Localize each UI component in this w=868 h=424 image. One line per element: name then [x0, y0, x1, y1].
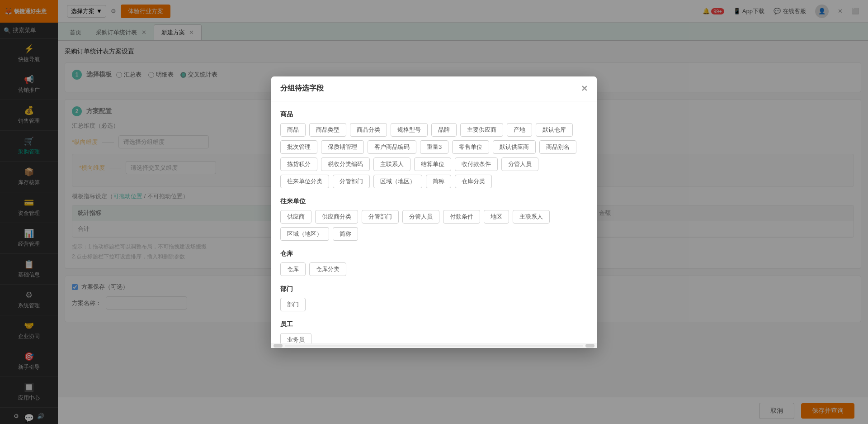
scrollbar-track	[285, 345, 583, 347]
tag-retail-unit[interactable]: 零售单位	[452, 140, 489, 154]
tag-goods-type[interactable]: 商品类型	[309, 123, 346, 137]
section-employee-title: 员工	[280, 320, 588, 329]
tag-cp-payment[interactable]: 付款条件	[443, 210, 480, 224]
modal-header: 分组待选字段 ✕	[271, 76, 597, 101]
tag-goods-category[interactable]: 商品分类	[350, 123, 387, 137]
tag-wh-category[interactable]: 仓库分类	[309, 262, 346, 276]
tag-cp-supervisor[interactable]: 分管人员	[402, 210, 439, 224]
section-department-tags: 部门	[280, 298, 588, 311]
tag-origin[interactable]: 产地	[507, 123, 532, 137]
tag-region[interactable]: 区域（地区）	[373, 175, 422, 188]
tag-weight[interactable]: 重量3	[420, 140, 448, 154]
tag-supervisor[interactable]: 分管人员	[501, 157, 538, 171]
tag-customer-code[interactable]: 客户商品编码	[368, 140, 416, 154]
tag-default-supplier[interactable]: 默认供应商	[493, 140, 536, 154]
section-warehouse: 仓库 仓库 仓库分类	[280, 250, 588, 276]
section-counterparty-title: 往来单位	[280, 197, 588, 205]
modal-body: 商品 商品 商品类型 商品分类 规格型号 品牌 主要供应商 产地 默认仓库 批次…	[271, 101, 597, 344]
tag-cp-dept[interactable]: 分管部门	[362, 210, 399, 224]
scroll-right-indicator	[585, 344, 594, 348]
section-warehouse-tags: 仓库 仓库分类	[280, 262, 588, 276]
tag-dept[interactable]: 分管部门	[333, 175, 370, 188]
modal-title: 分组待选字段	[280, 84, 324, 93]
section-counterparty-tags: 供应商 供应商分类 分管部门 分管人员 付款条件 地区 主联系人 区域（地区） …	[280, 210, 588, 241]
tag-cp-region[interactable]: 地区	[484, 210, 509, 224]
modal-overlay: 分组待选字段 ✕ 商品 商品 商品类型 商品分类 规格型号 品牌 主要供应商 产…	[0, 0, 868, 424]
modal: 分组待选字段 ✕ 商品 商品 商品类型 商品分类 规格型号 品牌 主要供应商 产…	[271, 76, 597, 348]
tag-supplier-category[interactable]: 供应商分类	[315, 210, 358, 224]
tag-tax-code[interactable]: 税收分类编码	[321, 157, 370, 171]
tag-spec-model[interactable]: 规格型号	[391, 123, 428, 137]
tag-department[interactable]: 部门	[280, 298, 306, 311]
section-employee-tags: 业务员	[280, 333, 588, 344]
tag-main-supplier[interactable]: 主要供应商	[460, 123, 503, 137]
section-goods-tags: 商品 商品类型 商品分类 规格型号 品牌 主要供应商 产地 默认仓库 批次管理 …	[280, 123, 588, 188]
tag-expiry-mgmt[interactable]: 保质期管理	[321, 140, 364, 154]
tag-abbr[interactable]: 简称	[426, 175, 451, 188]
section-department: 部门 部门	[280, 285, 588, 311]
tag-cp-abbr[interactable]: 简称	[333, 227, 358, 241]
tag-goods[interactable]: 商品	[280, 123, 306, 137]
section-warehouse-title: 仓库	[280, 250, 588, 258]
tag-cp-area[interactable]: 区域（地区）	[280, 227, 329, 241]
section-employee: 员工 业务员	[280, 320, 588, 344]
tag-pick-points[interactable]: 拣货积分	[280, 157, 317, 171]
tag-warehouse-category[interactable]: 仓库分类	[455, 175, 492, 188]
tag-salesperson[interactable]: 业务员	[280, 333, 311, 344]
modal-close-button[interactable]: ✕	[581, 84, 588, 94]
section-department-title: 部门	[280, 285, 588, 293]
tag-warehouse[interactable]: 仓库	[280, 262, 306, 276]
tag-cp-contact[interactable]: 主联系人	[513, 210, 550, 224]
scroll-left-indicator	[274, 344, 283, 348]
modal-scrollbar	[271, 343, 597, 348]
section-goods: 商品 商品 商品类型 商品分类 规格型号 品牌 主要供应商 产地 默认仓库 批次…	[280, 110, 588, 188]
section-goods-title: 商品	[280, 110, 588, 119]
tag-goods-alias[interactable]: 商品别名	[539, 140, 576, 154]
tag-batch-mgmt[interactable]: 批次管理	[280, 140, 317, 154]
tag-settlement-unit[interactable]: 结算单位	[414, 157, 451, 171]
tag-default-warehouse[interactable]: 默认仓库	[536, 123, 573, 137]
tag-payment-terms[interactable]: 收付款条件	[455, 157, 498, 171]
tag-counterparty-category[interactable]: 往来单位分类	[280, 175, 329, 188]
tag-brand[interactable]: 品牌	[431, 123, 457, 137]
tag-main-contact[interactable]: 主联系人	[373, 157, 410, 171]
section-counterparty: 往来单位 供应商 供应商分类 分管部门 分管人员 付款条件 地区 主联系人 区域…	[280, 197, 588, 241]
tag-supplier[interactable]: 供应商	[280, 210, 311, 224]
